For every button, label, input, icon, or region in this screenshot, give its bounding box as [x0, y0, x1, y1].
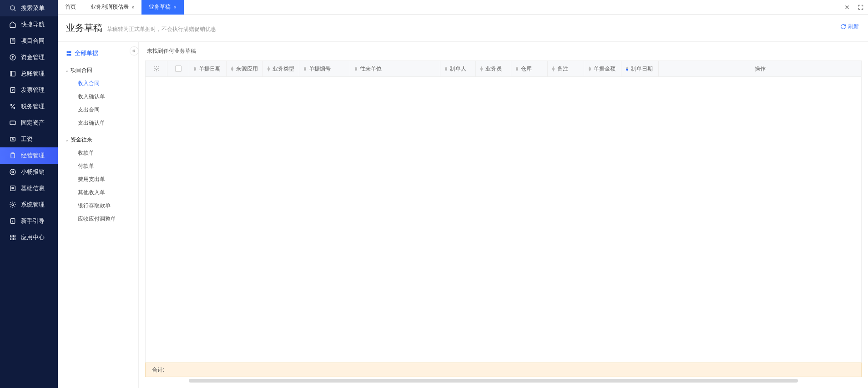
salary-icon [8, 135, 17, 144]
tree-group-label: 资金往来 [71, 136, 92, 144]
svg-rect-3 [10, 71, 15, 76]
tax-icon [8, 102, 17, 111]
page-header: 业务草稿 草稿转为正式单据时，不会执行满赠促销优惠 刷新 [58, 15, 868, 42]
sidebar-item-quicknav[interactable]: 快捷导航 [0, 16, 58, 33]
sidebar-item-appcenter[interactable]: 应用中心 [0, 229, 58, 246]
svg-point-11 [10, 169, 15, 175]
column-creator[interactable]: ▲▼制单人 [440, 61, 476, 76]
column-remark[interactable]: ▲▼备注 [548, 61, 584, 76]
sidebar-item-label: 税务管理 [21, 102, 45, 111]
chevron-down-icon: ⌄ [65, 68, 69, 73]
sidebar-item-ledger[interactable]: 总账管理 [0, 66, 58, 82]
collapse-tree-button[interactable] [130, 46, 139, 55]
svg-point-5 [10, 104, 12, 106]
close-all-tabs-button[interactable] [842, 2, 853, 13]
column-actions: 操作 [659, 61, 861, 76]
horizontal-scrollbar[interactable] [145, 379, 862, 383]
empty-message: 未找到任何业务草稿 [145, 42, 862, 60]
fullscreen-button[interactable] [855, 2, 866, 13]
column-warehouse[interactable]: ▲▼仓库 [511, 61, 548, 76]
tree-leaf-income-contract[interactable]: 收入合同 [58, 77, 138, 90]
info-icon [8, 184, 17, 193]
home-icon [8, 20, 17, 29]
svg-rect-16 [13, 235, 15, 237]
tree-leaf-income-confirm[interactable]: 收入确认单 [58, 90, 138, 103]
column-create-date[interactable]: ▲▼制单日期 [621, 61, 659, 76]
refresh-button[interactable]: 刷新 [840, 23, 859, 30]
sum-label: 合计: [146, 366, 171, 374]
sort-icon: ▲▼ [230, 66, 234, 71]
sidebar-item-assets[interactable]: 固定资产 [0, 115, 58, 131]
svg-rect-17 [10, 238, 12, 240]
tree-leaf-expense-confirm[interactable]: 支出确认单 [58, 116, 138, 130]
tree-leaf-other-income[interactable]: 其他收入单 [58, 186, 138, 199]
column-settings-button[interactable] [146, 61, 167, 76]
sidebar-item-invoice[interactable]: 发票管理 [0, 82, 58, 98]
tree-leaf-expense-bill[interactable]: 费用支出单 [58, 173, 138, 186]
table-header-row: ▲▼单据日期 ▲▼来源应用 ▲▼业务类型 ▲▼单据编号 ▲▼往来单位 ▲▼制单人… [145, 60, 862, 77]
column-source-app[interactable]: ▲▼来源应用 [227, 61, 263, 76]
sidebar-item-label: 工资 [21, 135, 33, 143]
svg-point-23 [156, 68, 157, 70]
sidebar-item-tax[interactable]: 税务管理 [0, 98, 58, 115]
tree-group-funds: ⌄ 资金往来 收款单 付款单 费用支出单 其他收入单 银行存取款单 应收应付调整… [58, 133, 138, 226]
tree-leaf-bank-transfer[interactable]: 银行存取款单 [58, 199, 138, 212]
column-salesperson[interactable]: ▲▼业务员 [476, 61, 511, 76]
refresh-icon [840, 24, 846, 30]
sidebar-item-search[interactable]: 搜索菜单 [0, 0, 58, 16]
sidebar-item-guide[interactable]: 新手引导 [0, 213, 58, 229]
tabs-bar: 首页 业务利润预估表 × 业务草稿 × [58, 0, 868, 15]
gear-icon [153, 66, 160, 72]
checkbox-icon [175, 66, 182, 72]
tree-leaf-ar-ap-adjust[interactable]: 应收应付调整单 [58, 212, 138, 226]
guide-icon [8, 217, 17, 226]
chevron-down-icon: ⌄ [65, 137, 69, 142]
select-all-checkbox[interactable] [167, 61, 189, 76]
sidebar-item-label: 项目合同 [21, 37, 45, 45]
tree-group-title[interactable]: ⌄ 资金往来 [58, 133, 138, 146]
sidebar-item-label: 固定资产 [21, 119, 45, 127]
column-amount[interactable]: ▲▼单据金额 [584, 61, 621, 76]
sort-icon: ▲▼ [588, 66, 592, 71]
tree-leaf-payment[interactable]: 付款单 [58, 160, 138, 173]
tab-profit-estimate[interactable]: 业务利润预估表 × [83, 0, 141, 15]
sidebar-item-reimburse[interactable]: 小畅报销 [0, 164, 58, 180]
content-area: 未找到任何业务草稿 ▲▼单据日期 ▲▼来源应用 ▲▼业务类型 ▲▼单据编号 ▲▼… [139, 42, 868, 388]
table: ▲▼单据日期 ▲▼来源应用 ▲▼业务类型 ▲▼单据编号 ▲▼往来单位 ▲▼制单人… [145, 60, 862, 383]
close-icon[interactable]: × [173, 5, 176, 10]
sidebar-item-salary[interactable]: 工资 [0, 131, 58, 147]
sidebar-item-label: 新手引导 [21, 217, 45, 225]
tab-home[interactable]: 首页 [58, 0, 83, 15]
chevron-left-icon [132, 49, 136, 53]
column-partner[interactable]: ▲▼往来单位 [350, 61, 440, 76]
column-bill-date[interactable]: ▲▼单据日期 [189, 61, 227, 76]
column-bill-no[interactable]: ▲▼单据编号 [299, 61, 350, 76]
tree-header-label: 全部单据 [75, 49, 98, 57]
sort-icon: ▲▼ [479, 66, 484, 71]
close-icon[interactable]: × [131, 5, 134, 10]
tab-label: 业务草稿 [149, 3, 171, 11]
tree-leaf-receipt[interactable]: 收款单 [58, 146, 138, 160]
svg-rect-19 [67, 51, 69, 53]
tab-label: 业务利润预估表 [91, 3, 129, 11]
scroll-thumb[interactable] [189, 379, 798, 383]
sidebar-item-business[interactable]: 经营管理 [0, 147, 58, 164]
sidebar-item-contract[interactable]: 项目合同 [0, 33, 58, 49]
grid-icon [66, 50, 72, 56]
tree-group-title[interactable]: ⌄ 项目合同 [58, 64, 138, 77]
tab-business-draft[interactable]: 业务草稿 × [141, 0, 183, 15]
tree-all-docs[interactable]: 全部单据 [58, 46, 138, 60]
sidebar-item-label: 小畅报销 [21, 168, 45, 176]
svg-rect-18 [13, 238, 15, 240]
column-business-type[interactable]: ▲▼业务类型 [263, 61, 299, 76]
svg-rect-7 [10, 121, 15, 125]
scroll-track [189, 379, 798, 383]
table-footer: 合计: [145, 363, 862, 377]
reimburse-icon [8, 167, 17, 176]
sidebar-item-system[interactable]: 系统管理 [0, 197, 58, 213]
page-subtitle: 草稿转为正式单据时，不会执行满赠促销优惠 [107, 25, 216, 33]
sidebar-item-basicinfo[interactable]: 基础信息 [0, 180, 58, 197]
tree-leaf-expense-contract[interactable]: 支出合同 [58, 103, 138, 116]
invoice-icon [8, 86, 17, 95]
sidebar-item-funds[interactable]: 资金管理 [0, 49, 58, 66]
